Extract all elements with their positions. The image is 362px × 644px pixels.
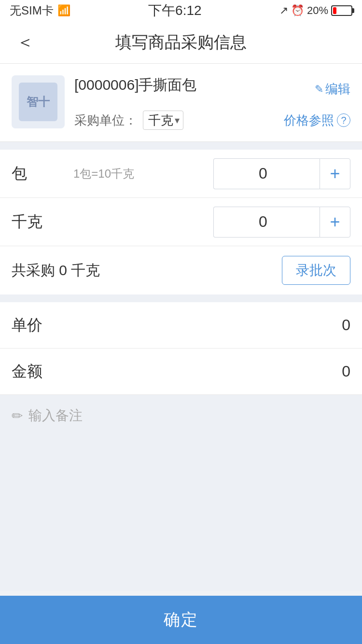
battery-icon: [331, 5, 352, 16]
package-input[interactable]: [213, 158, 320, 189]
amount-value: 0: [342, 363, 350, 380]
product-image-inner: 智十: [19, 83, 57, 121]
input-section: 包 1包=10千克 + 千克 +: [0, 150, 362, 246]
unit-label: 采购单位：: [74, 112, 137, 129]
price-ref-label: 价格参照: [284, 112, 334, 129]
product-name: [0000006]手撕面包: [74, 75, 196, 95]
kg-input[interactable]: [213, 207, 320, 238]
back-button[interactable]: ＜: [12, 26, 39, 59]
help-icon: ?: [337, 113, 350, 127]
product-unit-row: 采购单位： 千克 价格参照 ?: [74, 111, 350, 130]
alarm-icon: ⏰: [291, 4, 304, 17]
product-info: [0000006]手撕面包 ✎ 编辑 采购单位： 千克 价格参照 ?: [74, 75, 350, 130]
product-image: 智十: [12, 75, 65, 128]
amount-row: 金额 0: [0, 349, 362, 395]
confirm-button[interactable]: 确定: [0, 596, 362, 644]
status-right: ↗ ⏰ 20%: [279, 4, 352, 17]
page-title: 填写商品采购信息: [115, 31, 247, 54]
notes-placeholder: 输入备注: [28, 406, 83, 425]
separator-1: [0, 142, 362, 150]
price-ref-button[interactable]: 价格参照 ?: [284, 112, 350, 129]
location-icon: ↗: [279, 4, 288, 17]
amount-label: 金额: [12, 361, 42, 382]
notes-section[interactable]: ✏ 输入备注: [0, 395, 362, 436]
edit-label: 编辑: [325, 81, 350, 98]
edit-button[interactable]: ✎ 编辑: [315, 81, 350, 98]
status-bar: 无SIM卡 📶 下午6:12 ↗ ⏰ 20%: [0, 0, 362, 21]
unit-price-label: 单价: [12, 315, 42, 336]
total-text: 共采购 0 千克: [12, 261, 100, 280]
unit-price-row: 单价 0: [0, 302, 362, 349]
nav-bar: ＜ 填写商品采购信息: [0, 21, 362, 64]
edit-icon: ✎: [315, 83, 323, 96]
package-input-wrapper: +: [134, 158, 350, 189]
kg-row: 千克 +: [0, 198, 362, 246]
notes-icon: ✏: [12, 408, 23, 424]
kg-plus-button[interactable]: +: [320, 207, 350, 238]
total-row: 共采购 0 千克 录批次: [0, 246, 362, 294]
unit-select-wrapper[interactable]: 千克: [143, 111, 183, 130]
package-plus-button[interactable]: +: [320, 158, 350, 189]
package-sublabel: 1包=10千克: [73, 166, 134, 182]
status-time: 下午6:12: [148, 1, 202, 20]
separator-2: [0, 294, 362, 302]
wifi-icon: 📶: [57, 4, 70, 17]
battery-fill: [333, 7, 336, 14]
batch-button[interactable]: 录批次: [282, 256, 350, 285]
content-area: [0, 436, 362, 591]
battery-text: 20%: [307, 4, 328, 17]
package-row: 包 1包=10千克 +: [0, 150, 362, 198]
package-label: 包: [12, 163, 70, 184]
kg-label: 千克: [12, 211, 70, 233]
carrier-text: 无SIM卡: [10, 3, 54, 18]
product-card: 智十 [0000006]手撕面包 ✎ 编辑 采购单位： 千克 价格参照 ?: [0, 64, 362, 142]
status-left: 无SIM卡 📶: [10, 3, 70, 18]
kg-input-wrapper: +: [70, 207, 350, 238]
unit-price-value: 0: [342, 316, 350, 334]
price-section: 单价 0 金额 0: [0, 302, 362, 395]
unit-select[interactable]: 千克: [143, 111, 183, 130]
